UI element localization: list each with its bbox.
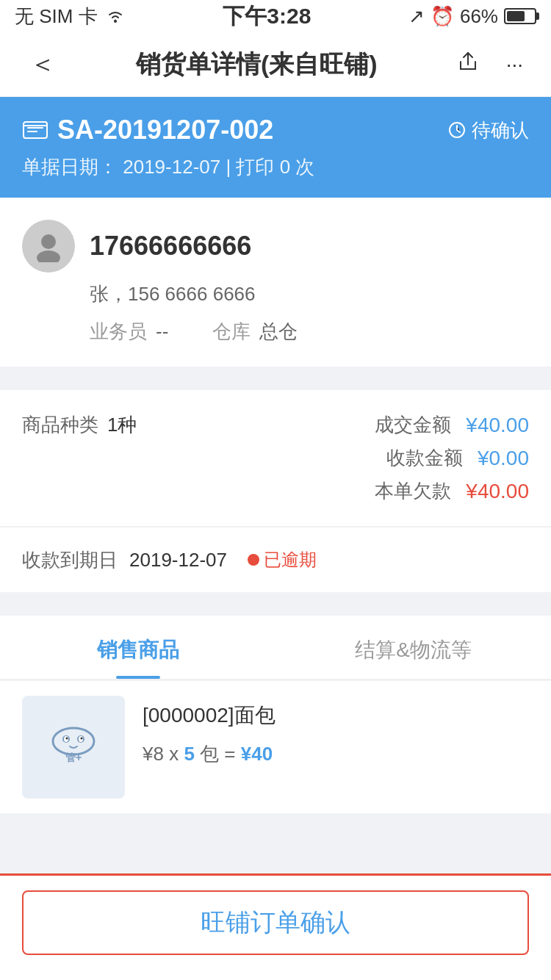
order-icon xyxy=(22,119,48,141)
alarm-icon: ⏰ xyxy=(431,5,454,28)
svg-point-10 xyxy=(66,738,68,740)
due-label: 收款到期日 xyxy=(22,547,118,573)
unit-price: ¥8 xyxy=(143,743,164,765)
order-date: 单据日期： 2019-12-07 | 打印 0 次 xyxy=(22,154,529,180)
sales-value: -- xyxy=(156,320,168,343)
product-type-label: 商品种类 xyxy=(22,412,98,438)
back-button[interactable]: ＜ xyxy=(22,39,63,90)
svg-point-0 xyxy=(114,20,117,23)
carrier-text: 无 SIM 卡 xyxy=(15,4,98,29)
unit: 包 xyxy=(200,743,219,765)
owed-amount-row: 本单欠款 ¥40.00 xyxy=(375,478,529,504)
location-icon: ↗ xyxy=(408,5,425,28)
customer-avatar xyxy=(22,220,75,273)
battery-fill xyxy=(507,11,525,21)
summary-section: 商品种类 1种 成交金额 ¥40.00 收款金额 ¥0.00 本单欠款 ¥40.… xyxy=(0,390,551,526)
avatar-icon xyxy=(32,230,65,262)
tabs-row: 销售商品 结算&物流等 xyxy=(0,616,551,679)
owed-amount-label: 本单欠款 xyxy=(375,478,451,504)
product-info: [0000002]面包 ¥8 x 5 包 = ¥40 xyxy=(143,696,529,767)
product-logo: 管+ xyxy=(44,723,103,771)
svg-text:管+: 管+ xyxy=(65,752,82,763)
warehouse-value: 总仓 xyxy=(259,319,298,345)
product-type-row: 商品种类 1种 xyxy=(22,412,137,438)
more-button[interactable]: ··· xyxy=(500,47,529,82)
status-right: ↗ ⏰ 66% xyxy=(408,5,536,28)
tabs-section: 销售商品 结算&物流等 xyxy=(0,616,551,680)
nav-title: 销货单详情(来自旺铺) xyxy=(136,48,378,82)
sales-person: 业务员 -- xyxy=(90,319,168,345)
tab-sales-products[interactable]: 销售商品 xyxy=(0,616,276,679)
brand-icon: 管+ xyxy=(44,723,103,767)
separator-1 xyxy=(0,378,551,390)
due-date-value: 2019-12-07 xyxy=(129,549,227,572)
customer-phone: 17666666666 xyxy=(90,231,251,262)
sales-label: 业务员 xyxy=(90,319,147,345)
deal-amount-row: 成交金额 ¥40.00 xyxy=(375,412,529,438)
summary-right: 成交金额 ¥40.00 收款金额 ¥0.00 本单欠款 ¥40.00 xyxy=(375,412,529,504)
product-name: [0000002]面包 xyxy=(143,702,529,729)
received-amount-label: 收款金额 xyxy=(386,445,463,471)
svg-rect-1 xyxy=(24,122,47,138)
separator-2 xyxy=(0,592,551,604)
multiply-sign: x xyxy=(169,743,184,765)
status-time: 下午3:28 xyxy=(223,1,311,32)
customer-row: 17666666666 xyxy=(22,220,529,273)
order-header: SA-20191207-002 待确认 单据日期： 2019-12-07 | 打… xyxy=(0,97,551,198)
summary-left: 商品种类 1种 xyxy=(22,412,137,438)
svg-point-11 xyxy=(81,738,83,740)
customer-meta: 业务员 -- 仓库 总仓 xyxy=(90,319,529,345)
overdue-dot-icon xyxy=(248,554,259,566)
total-price: ¥40 xyxy=(241,743,273,765)
deal-amount-value: ¥40.00 xyxy=(466,414,529,437)
svg-point-3 xyxy=(41,234,56,249)
product-section: 管+ [0000002]面包 ¥8 x 5 包 = ¥40 xyxy=(0,681,551,813)
received-amount-value: ¥0.00 xyxy=(478,447,529,470)
status-bar: 无 SIM 卡 下午3:28 ↗ ⏰ 66% xyxy=(0,0,551,32)
order-id: SA-20191207-002 xyxy=(22,115,273,145)
nav-actions: ··· xyxy=(450,44,529,84)
due-section: 收款到期日 2019-12-07 已逾期 xyxy=(0,527,551,592)
deal-amount-label: 成交金额 xyxy=(375,412,451,438)
status-left: 无 SIM 卡 xyxy=(15,4,126,29)
equals-sign: = xyxy=(224,743,240,765)
product-item: 管+ [0000002]面包 ¥8 x 5 包 = ¥40 xyxy=(22,696,529,799)
product-thumbnail: 管+ xyxy=(22,696,125,799)
clock-icon xyxy=(448,121,466,139)
product-type-value: 1种 xyxy=(107,412,137,438)
nav-bar: ＜ 销货单详情(来自旺铺) ··· xyxy=(0,32,551,97)
customer-section: 17666666666 张，156 6666 6666 业务员 -- 仓库 总仓 xyxy=(0,198,551,367)
product-price-row: ¥8 x 5 包 = ¥40 xyxy=(143,741,529,767)
order-id-text: SA-20191207-002 xyxy=(57,115,273,145)
tab-settlement[interactable]: 结算&物流等 xyxy=(276,616,551,679)
bottom-bar: 旺铺订单确认 xyxy=(0,873,551,980)
wifi-icon xyxy=(105,9,126,24)
customer-name: 张，156 6666 6666 xyxy=(90,281,529,307)
warehouse-label: 仓库 xyxy=(212,319,251,345)
overdue-text: 已逾期 xyxy=(264,548,317,572)
battery-icon xyxy=(504,8,536,24)
svg-point-5 xyxy=(53,728,94,754)
quantity: 5 xyxy=(184,743,194,765)
share-button[interactable] xyxy=(450,44,486,84)
tab-underline xyxy=(116,676,160,679)
svg-point-4 xyxy=(37,251,60,262)
received-amount-row: 收款金额 ¥0.00 xyxy=(386,445,529,471)
owed-amount-value: ¥40.00 xyxy=(466,480,529,503)
order-status: 待确认 xyxy=(448,118,529,143)
warehouse: 仓库 总仓 xyxy=(212,319,298,345)
confirm-order-button[interactable]: 旺铺订单确认 xyxy=(22,890,529,955)
battery-text: 66% xyxy=(460,5,498,28)
order-header-top: SA-20191207-002 待确认 xyxy=(22,115,529,145)
status-text: 待确认 xyxy=(472,118,529,143)
overdue-badge: 已逾期 xyxy=(239,545,325,574)
